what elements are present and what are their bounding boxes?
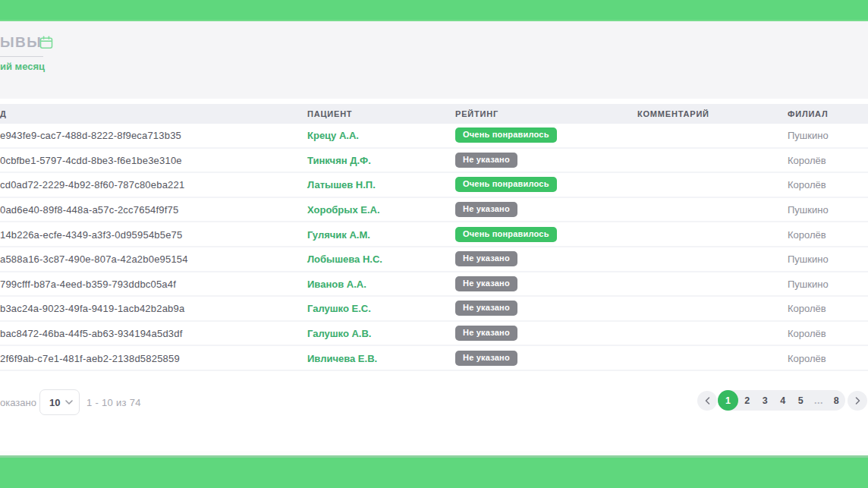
column-header-patient: ПАЦИЕНТ	[307, 109, 352, 118]
table-row: 0ad6e40-89f8-448a-a57c-2cc7654f9f75Хороб…	[0, 198, 868, 223]
column-header-branch: ФИЛИАЛ	[788, 109, 829, 118]
table-row: a588a16-3c87-490e-807a-42a2b0e95154Лобыш…	[0, 247, 868, 272]
branch-cell: Пушкино	[788, 204, 829, 216]
pager-prev-button[interactable]	[697, 391, 717, 411]
rating-badge: Не указано	[455, 153, 517, 168]
patient-link[interactable]: Галушко А.В.	[307, 328, 371, 339]
pager-page-8[interactable]: 8	[828, 395, 846, 406]
table-body: e943fe9-cac7-488d-8222-8f9eca713b35Крецу…	[0, 124, 868, 371]
review-id: b3ac24a-9023-49fa-9419-1acb42b2ab9a	[0, 303, 184, 314]
branch-cell: Королёв	[788, 154, 826, 165]
table-row: bac8472-46ba-44f5-ab63-934194a5d3dfГалуш…	[0, 322, 868, 347]
patient-link[interactable]: Гулячик А.М.	[307, 228, 370, 240]
current-month-filter-link[interactable]: ий месяц	[0, 61, 45, 72]
patient-link[interactable]: Латышев Н.П.	[307, 179, 376, 190]
rating-cell: Очень понравилось	[455, 128, 557, 143]
patient-link[interactable]: Лобышева Н.С.	[307, 253, 382, 265]
rating-badge: Не указано	[455, 202, 517, 217]
branch-cell: Пушкино	[788, 130, 829, 141]
rating-badge: Не указано	[455, 351, 517, 366]
rating-cell: Не указано	[455, 153, 517, 168]
pager-page-3[interactable]: 3	[756, 395, 775, 406]
shown-label: оказано	[0, 397, 36, 408]
chevron-left-icon	[705, 397, 710, 405]
review-id: a588a16-3c87-490e-807a-42a2b0e95154	[0, 253, 188, 265]
bottom-green-bar	[0, 455, 868, 488]
review-id: 2f6f9ab-c7e1-481f-aeb2-2138d5825859	[0, 352, 180, 364]
table-header-row: Д ПАЦИЕНТ РЕЙТИНГ КОММЕНТАРИЙ ФИЛИАЛ	[0, 104, 868, 124]
branch-cell: Королёв	[788, 179, 826, 190]
review-id: 799cfff-b87a-4eed-b359-793ddbc05a4f	[0, 278, 176, 289]
table-row: 14b226a-ecfe-4349-a3f3-0d95954b5e75Гуляч…	[0, 222, 868, 247]
pager-page-1[interactable]: 1	[718, 390, 738, 411]
branch-cell: Королёв	[788, 352, 826, 364]
rating-cell: Не указано	[455, 326, 517, 341]
column-header-id: Д	[0, 109, 7, 118]
review-id: bac8472-46ba-44f5-ab63-934194a5d3df	[0, 328, 182, 339]
rating-cell: Не указано	[455, 276, 517, 291]
column-header-comment: КОММЕНТАРИЙ	[637, 109, 709, 118]
review-id: cd0ad72-2229-4b92-8f60-787c80eba221	[0, 179, 184, 190]
table-row: 799cfff-b87a-4eed-b359-793ddbc05a4fИвано…	[0, 272, 868, 298]
branch-cell: Королёв	[788, 303, 826, 314]
rating-cell: Не указано	[455, 301, 517, 316]
patient-link[interactable]: Галушко Е.С.	[307, 303, 371, 314]
rating-cell: Не указано	[455, 351, 517, 366]
title-divider	[0, 56, 43, 57]
rating-cell: Не указано	[455, 202, 517, 217]
patient-link[interactable]: Ивличева Е.В.	[307, 352, 377, 364]
patient-link[interactable]: Иванов А.А.	[307, 278, 366, 289]
table-row: e943fe9-cac7-488d-8222-8f9eca713b35Крецу…	[0, 124, 868, 149]
patient-link[interactable]: Тинкчян Д.Ф.	[307, 154, 371, 165]
chevron-right-icon	[855, 397, 860, 405]
rating-badge: Не указано	[455, 251, 517, 266]
table-row: cd0ad72-2229-4b92-8f60-787c80eba221Латыш…	[0, 173, 868, 198]
rating-cell: Очень понравилось	[455, 227, 557, 242]
patient-link[interactable]: Крецу А.А.	[307, 130, 359, 141]
pager-pages: 12345…8	[718, 390, 845, 411]
rating-badge: Очень понравилось	[455, 177, 557, 192]
page-size-select[interactable]: 10	[39, 389, 80, 415]
pager-page-2[interactable]: 2	[738, 395, 756, 406]
rating-cell: Очень понравилось	[455, 177, 557, 192]
page-title: ЫВЫ	[0, 34, 42, 51]
branch-cell: Пушкино	[788, 278, 829, 289]
table-row: b3ac24a-9023-49fa-9419-1acb42b2ab9aГалуш…	[0, 297, 868, 322]
column-header-rating: РЕЙТИНГ	[455, 109, 498, 118]
rating-badge: Не указано	[455, 301, 517, 316]
table-row: 0cbfbe1-5797-4cdd-8be3-f6e1be3e310eТинкч…	[0, 149, 868, 174]
calendar-icon[interactable]	[39, 36, 53, 49]
review-id: e943fe9-cac7-488d-8222-8f9eca713b35	[0, 130, 181, 141]
pager-ellipsis: …	[810, 395, 828, 406]
rating-cell: Не указано	[455, 251, 517, 266]
range-label: 1 - 10 из 74	[86, 397, 141, 408]
review-id: 0cbfbe1-5797-4cdd-8be3-f6e1be3e310e	[0, 154, 182, 165]
branch-cell: Королёв	[788, 328, 826, 339]
review-id: 14b226a-ecfe-4349-a3f3-0d95954b5e75	[0, 228, 182, 240]
pager-page-4[interactable]: 4	[774, 395, 792, 406]
branch-cell: Королёв	[788, 228, 826, 240]
rating-badge: Не указано	[455, 326, 517, 341]
page-size-value: 10	[49, 397, 60, 408]
top-green-bar	[0, 0, 868, 21]
pager-next-button[interactable]	[848, 391, 867, 411]
chevron-down-icon	[65, 400, 73, 405]
rating-badge: Очень понравилось	[455, 128, 557, 143]
rating-badge: Очень понравилось	[455, 227, 557, 242]
pager-page-5[interactable]: 5	[792, 395, 810, 406]
table-row: 2f6f9ab-c7e1-481f-aeb2-2138d5825859Ивлич…	[0, 346, 868, 371]
branch-cell: Пушкино	[788, 253, 829, 265]
review-id: 0ad6e40-89f8-448a-a57c-2cc7654f9f75	[0, 204, 178, 216]
patient-link[interactable]: Хоробрых Е.А.	[307, 204, 380, 216]
rating-badge: Не указано	[455, 276, 517, 291]
